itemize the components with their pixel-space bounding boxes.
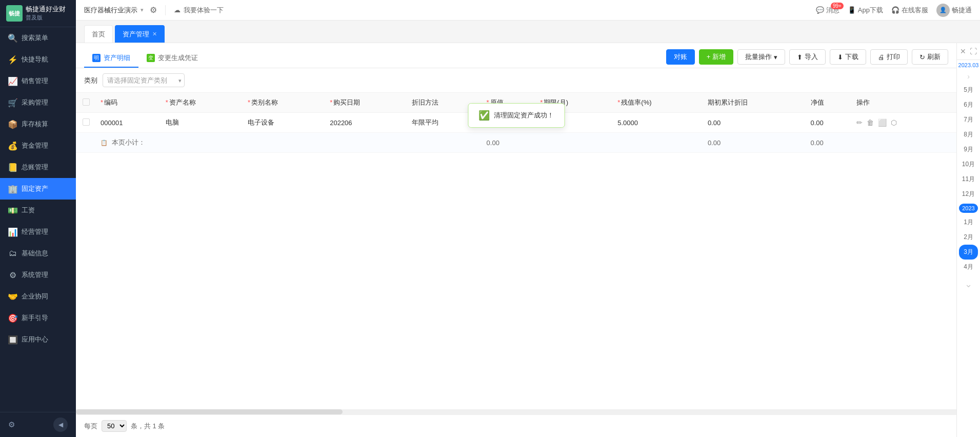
sidebar-item-app-center[interactable]: 🔲 应用中心	[0, 329, 76, 350]
download-button[interactable]: ⬇ 下载	[830, 49, 866, 65]
import-button[interactable]: ⬆ 导入	[789, 49, 826, 65]
sidebar-item-sales[interactable]: 📈 销售管理	[0, 70, 76, 92]
import-icon: ⬆	[797, 53, 803, 61]
down-arrow-icon: ⌄	[965, 279, 972, 289]
sidebar-item-label: 采购管理	[22, 98, 48, 107]
company-selector[interactable]: 医疗器械行业演示 ▾	[84, 6, 144, 15]
row-initial-depreciation: 0.00	[704, 113, 807, 133]
sidebar-item-operations[interactable]: 📊 经营管理	[0, 221, 76, 243]
experience-icon: ☁	[174, 6, 181, 14]
download-label: 下载	[845, 52, 858, 62]
th-initial-depreciation: 期初累计折旧	[704, 93, 807, 113]
panel-down-arrow: ⌄	[957, 274, 980, 294]
month-apr[interactable]: 4月	[957, 260, 980, 274]
tab-home[interactable]: 首页	[84, 25, 113, 43]
month-jun[interactable]: 6月	[957, 97, 980, 112]
tab-home-label: 首页	[92, 30, 105, 39]
subtotal-original-value: 0.00	[483, 133, 536, 153]
row-checkbox[interactable]	[83, 118, 90, 126]
app-download-button[interactable]: 📱 App下载	[848, 6, 883, 15]
per-page-select[interactable]: 50	[102, 420, 127, 432]
toast-message: 清理固定资产成功！	[494, 111, 554, 120]
company-name: 医疗器械行业演示	[84, 6, 137, 15]
month-nov[interactable]: 11月	[957, 172, 980, 187]
sidebar-item-guide[interactable]: 🎯 新手引导	[0, 307, 76, 329]
horizontal-scrollbar[interactable]	[76, 409, 956, 414]
enterprise-icon: 🤝	[8, 292, 17, 301]
total-label: 条，共 1 条	[131, 422, 165, 431]
delete-icon[interactable]: 🗑	[867, 118, 874, 127]
filter-toolbar: 类别 请选择固定资产类别	[76, 68, 956, 93]
month-aug[interactable]: 8月	[957, 127, 980, 142]
expand-panel-icon[interactable]: ⛶	[970, 47, 977, 55]
sidebar-item-enterprise[interactable]: 🤝 企业协同	[0, 286, 76, 307]
user-name: 畅捷通	[952, 6, 972, 15]
month-dec[interactable]: 12月	[957, 187, 980, 202]
sidebar-item-purchase[interactable]: 🛒 采购管理	[0, 92, 76, 113]
sidebar-item-basic-info[interactable]: 🗂 基础信息	[0, 243, 76, 264]
sidebar-item-search[interactable]: 🔍 搜索菜单	[0, 27, 76, 49]
quick-nav-icon: ⚡	[8, 55, 17, 64]
row-category: 电子设备	[244, 113, 326, 133]
edit-icon[interactable]: ✏	[856, 118, 863, 127]
subtab-change-voucher-label: 变更生成凭证	[158, 53, 198, 63]
th-category: 类别名称	[244, 93, 326, 113]
more-icon[interactable]: ⬡	[891, 118, 897, 127]
subtab-asset-detail[interactable]: 明 资产明细	[84, 49, 138, 68]
add-button[interactable]: + 新增	[699, 49, 733, 65]
month-oct[interactable]: 10月	[957, 157, 980, 172]
subtabs: 明 资产明细 变 变更生成凭证 对账 + 新增 批量操作 ▾ ⬆	[76, 43, 956, 68]
tab-asset-management[interactable]: 资产管理 ✕	[115, 25, 165, 43]
sidebar-item-label: 企业协同	[22, 292, 48, 301]
th-code: 编码	[96, 93, 162, 113]
refresh-icon: ↻	[919, 53, 925, 61]
category-select[interactable]: 请选择固定资产类别	[103, 73, 185, 87]
month-jan[interactable]: 1月	[957, 215, 980, 230]
account-button[interactable]: 对账	[666, 49, 695, 65]
subtotal-net-value: 0.00	[807, 133, 853, 153]
content-main: 明 资产明细 变 变更生成凭证 对账 + 新增 批量操作 ▾ ⬆	[76, 43, 956, 437]
messages-button[interactable]: 💬 消息 99+	[816, 6, 839, 15]
batch-button[interactable]: 批量操作 ▾	[737, 49, 785, 65]
sidebar-item-quick-nav[interactable]: ⚡ 快捷导航	[0, 49, 76, 70]
message-badge: 99+	[831, 3, 844, 9]
print-button[interactable]: 🖨 打印	[870, 49, 908, 65]
topbar-settings-icon[interactable]: ⚙	[150, 5, 157, 15]
sidebar-item-inventory[interactable]: 📦 库存核算	[0, 113, 76, 135]
month-may[interactable]: 5月	[957, 83, 980, 97]
user-profile[interactable]: 👤 畅捷通	[936, 4, 972, 17]
guide-icon: 🎯	[8, 313, 17, 323]
month-mar[interactable]: 3月	[959, 245, 978, 260]
sidebar-item-finance[interactable]: 💰 资金管理	[0, 135, 76, 156]
refresh-label: 刷新	[927, 52, 941, 62]
sidebar-item-label: 资金管理	[22, 141, 48, 150]
experience-button[interactable]: ☁ 我要体验一下	[174, 6, 224, 15]
close-panel-icon[interactable]: ✕	[960, 47, 966, 55]
sidebar-item-system[interactable]: ⚙ 系统管理	[0, 264, 76, 286]
collapse-sidebar-button[interactable]: ◀	[53, 418, 68, 432]
sidebar-item-fixed-assets[interactable]: 🏢 固定资产	[0, 178, 76, 200]
copy-icon[interactable]: ⬜	[878, 118, 887, 127]
refresh-button[interactable]: ↻ 刷新	[912, 49, 948, 65]
sidebar-item-label: 总账管理	[22, 163, 48, 172]
fixed-assets-icon: 🏢	[8, 184, 17, 193]
asset-table-wrapper: 编码 资产名称 类别名称 购买日期 折旧方法 原值 期限(月) 残值率(%) 期…	[76, 93, 956, 409]
tab-close-button[interactable]: ✕	[152, 31, 157, 37]
online-service-button[interactable]: 🎧 在线客服	[891, 6, 928, 15]
content-area: 明 资产明细 变 变更生成凭证 对账 + 新增 批量操作 ▾ ⬆	[76, 43, 980, 437]
app-download-label: App下载	[858, 6, 883, 15]
sidebar-item-ledger[interactable]: 📒 总账管理	[0, 156, 76, 178]
month-feb[interactable]: 2月	[957, 230, 980, 245]
sidebar-item-salary[interactable]: 💵 工资	[0, 200, 76, 221]
category-filter[interactable]: 请选择固定资产类别	[103, 73, 185, 87]
settings-icon[interactable]: ⚙	[8, 420, 15, 429]
right-panel: ✕ ⛶ 2023.03 › 5月 6月 7月 8月 9月 10月 11月 12月…	[956, 43, 980, 437]
subtab-change-voucher[interactable]: 变 变更生成凭证	[138, 49, 206, 68]
sidebar-nav: 🔍 搜索菜单 ⚡ 快捷导航 📈 销售管理 🛒 采购管理 📦 库存核算 💰 资金管…	[0, 27, 76, 412]
select-all-checkbox[interactable]	[83, 98, 90, 106]
toolbar-right-buttons: 对账 + 新增 批量操作 ▾ ⬆ 导入 ⬇ 下载 🖨	[666, 49, 948, 68]
month-jul[interactable]: 7月	[957, 112, 980, 127]
scrollbar-thumb[interactable]	[76, 409, 343, 414]
sidebar: 畅捷 畅捷通好业财 普及版 🔍 搜索菜单 ⚡ 快捷导航 📈 销售管理 🛒 采购管…	[0, 0, 76, 437]
month-sep[interactable]: 9月	[957, 142, 980, 157]
